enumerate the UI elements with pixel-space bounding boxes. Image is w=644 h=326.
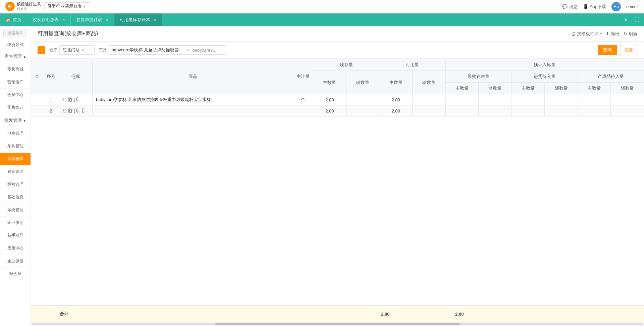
product-label: 商品 [99,47,107,53]
sidebar-item-quick-nav[interactable]: 快捷导航 [0,40,31,50]
footer-goods-aux [576,309,599,319]
sidebar-item-ecommerce[interactable]: 电商管理 [0,127,31,140]
settings-button[interactable]: 设置 [620,45,637,55]
warehouse-input[interactable]: 江北门店 ✕ ··· [59,45,94,55]
th-product-arrival: 产成品待入量 [578,71,644,83]
chevron-icon: ▲ [23,55,26,58]
page-header: 可用量查询(按仓库+商品) 🖨 按模板打印 ▾ ⬆ 导出 ↻ 刷新 [31,26,644,42]
tab-expand-button[interactable]: ⛶ [633,16,641,23]
th-goods-main: 主数量 [512,83,545,94]
sidebar-item-member[interactable]: 会员中心 [0,89,31,101]
cell-sub-purchase-aux [479,105,512,117]
sidebar-item-marketing[interactable]: 营销推广 [0,76,31,89]
th-product: 商品 [93,59,293,94]
cell-checkbox[interactable] [31,94,43,105]
th-product-aux: 辅数量 [611,83,644,94]
tab-close-available[interactable]: ✕ [154,18,157,22]
sidebar-item-apps[interactable]: 应用中心 [0,242,31,255]
cell-sub-goods-aux [545,105,578,117]
tab-order-stat[interactable]: 要货单统计表 ✕ [71,13,114,26]
sidebar-item-purchase[interactable]: 采购管理 [0,140,31,153]
th-planned: 预计入库量 [445,59,644,71]
account-selector[interactable]: 母婴行业演示账套 ▾ [44,2,91,10]
sidebar-item-retail-mall[interactable]: 零售商城 [0,63,31,76]
th-avail-aux: 辅数量 [412,71,445,94]
footer-empty-settings [31,309,43,319]
sidebar-item-collab[interactable]: 企业协同 [0,217,31,229]
th-warehouse: 仓库 [59,59,93,94]
warehouse-label: 仓库 [49,47,57,53]
th-available: 可用量 [379,59,445,71]
cell-sub-goods-main [512,105,545,117]
th-purchase-aux: 辅数量 [479,83,512,94]
product-tag1-close[interactable]: ✕ [187,48,190,52]
tab-available[interactable]: 可用量库存账本 ✕ [114,13,162,26]
user-name[interactable]: demo2 [626,4,639,9]
settings-gear-icon[interactable]: ⚙ [35,74,39,79]
export-button[interactable]: ⬆ 导出 [606,31,620,37]
logo-icon: 好 [5,2,15,11]
cell-avail-main: 2.00 [379,94,413,105]
horizontal-scrollbar[interactable] [31,322,644,326]
main-layout: 搜索菜单 快捷导航 零售管理 ▲ 零售商城 营销推广 会员中心 零售统计 批发管… [0,26,644,326]
footer-purchase-main [508,309,531,319]
th-unit: 主计量 [293,59,313,94]
sidebar-item-retail-mgmt[interactable]: 零售管理 ▲ [0,50,31,63]
th-avail-main: 主数量 [379,71,413,94]
footer-goods-main [553,309,576,319]
home-icon: 🏠 [5,17,11,22]
sidebar-item-ops[interactable]: 经营管理 [0,178,31,191]
sidebar-item-wholesale[interactable]: 批发管理 ▼ [0,114,31,127]
th-settings: ⚙ [31,59,43,94]
chevron-down-icon: ▾ [600,32,602,36]
cell-sub-product-aux [611,105,644,117]
cell-index: 1 [43,94,59,105]
warehouse-more-icon[interactable]: ··· [87,47,91,53]
th-current-main: 主数量 [313,71,346,94]
product-more-icon[interactable]: ··· [219,47,223,53]
sidebar-item-retail-stat[interactable]: 零售统计 [0,101,31,114]
sidebar-item-system[interactable]: 系统管理 [0,204,31,217]
app-download-button[interactable]: 📱 App下载 [583,4,606,10]
chevron-down-icon: ▾ [84,5,85,8]
tab-close-all-button[interactable]: ✕ [622,16,630,23]
tab-close-order-stat[interactable]: ✕ [106,18,109,22]
th-purchase-transit: 采购在途量 [445,71,512,83]
tab-receive[interactable]: 收发存汇总表 ✕ [27,13,71,26]
export-icon: ⬆ [606,31,609,36]
sidebar-item-inventory[interactable]: 库存核算 [0,153,31,166]
th-current-aux: 辅数量 [346,71,379,94]
footer-table: 合计 2.00 2.00 [31,309,644,319]
product-input[interactable]: babycare学饮杯 儿童防摔防撞吸管杯重力球吸嘴杯宝宝水杯 ✕ babyca… [109,45,227,55]
query-button[interactable]: 查询 [598,45,617,55]
table-footer: 合计 2.00 2.00 [31,305,644,322]
refresh-button[interactable]: ↻ 刷新 [624,31,637,37]
print-icon: 🖨 [571,31,576,36]
footer-product-aux [621,309,644,319]
th-goods-aux: 辅数量 [545,83,578,94]
sidebar-item-base[interactable]: 基础信息 [0,191,31,204]
cell-product-main [578,94,611,105]
logo-area: 好 畅捷通好生意 标准版 [5,2,41,11]
sidebar-item-wechat[interactable]: 企业微信 [0,255,31,268]
message-button[interactable]: 💬 消息 [562,4,578,10]
sidebar-search-button[interactable]: 搜索菜单 [3,29,27,37]
cell-goods-main [512,94,545,105]
footer-avail-main: 2.00 [434,309,485,319]
sidebar-item-vip[interactable]: 畅会员 [0,268,31,280]
table-row-subtotal: 2 江北门店【... 2.00 2.00 [31,105,644,117]
tab-close-receive[interactable]: ✕ [62,18,65,22]
footer-empty-index [43,309,56,319]
print-button[interactable]: 🖨 按模板打印 ▾ [571,31,602,37]
sidebar-item-finance[interactable]: 资金管理 [0,166,31,178]
logo-text: 畅捷通好生意 标准版 [17,2,41,11]
scrollbar-thumb[interactable] [215,323,460,325]
cell-goods-aux [545,94,578,105]
warehouse-tag-close[interactable]: ✕ [81,48,84,52]
footer-empty-product [90,309,339,319]
sidebar-item-guide[interactable]: 新手引导 [0,229,31,242]
tab-home[interactable]: 🏠 首页 [0,13,27,26]
filter-toggle-button[interactable]: » [38,46,45,54]
cell-purchase-aux [479,94,512,105]
cell-sub-warehouse: 江北门店【... [59,105,93,117]
